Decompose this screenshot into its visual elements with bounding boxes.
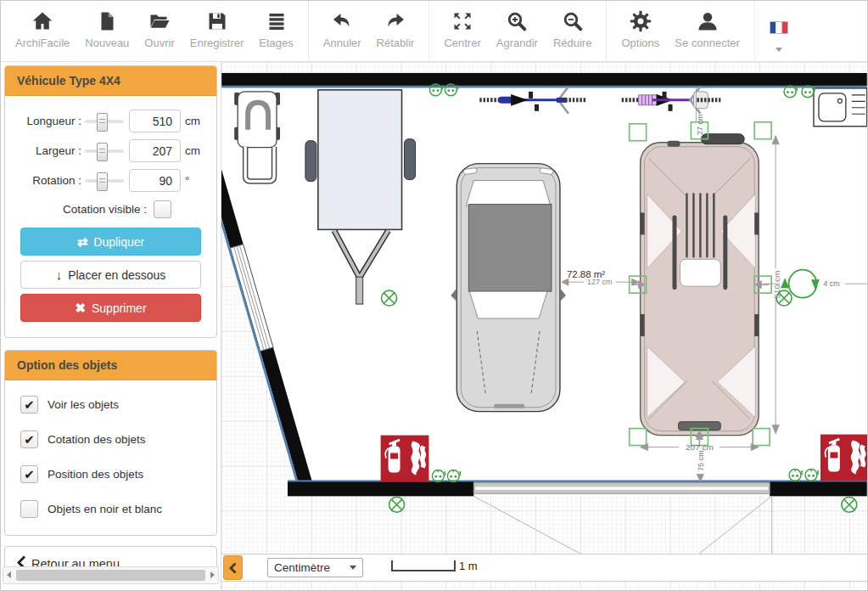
vehicle-panel: Véhicule Type 4X4 Longueur : cm Largeur …: [4, 65, 217, 338]
content: Véhicule Type 4X4 Longueur : cm Largeur …: [1, 62, 867, 589]
option-row-position-objets: ✔ Position des objets: [12, 457, 210, 492]
sidebar: Véhicule Type 4X4 Longueur : cm Largeur …: [1, 62, 221, 589]
vehicle-panel-title: Véhicule Type 4X4: [5, 66, 216, 96]
width-input[interactable]: [129, 139, 181, 162]
scroll-left-arrow-icon[interactable]: [7, 571, 11, 578]
option-row-voir-objets: ✔ Voir les objets: [12, 387, 210, 422]
unit-selector[interactable]: Centimètre: [267, 558, 363, 577]
bicycle-purple[interactable]: [622, 87, 721, 114]
toolbar-button-archifacile[interactable]: ArchiFacile: [8, 1, 77, 61]
cotation-visible-checkbox[interactable]: [154, 200, 171, 218]
home-icon: [31, 8, 53, 35]
toolbar-label: Rétablir: [377, 37, 415, 49]
width-slider[interactable]: [85, 149, 124, 153]
option-row-noir-et-blanc: Objets en noir et blanc: [12, 492, 210, 526]
toolbar-button-ouvrir[interactable]: Ouvrir: [137, 1, 182, 61]
collapse-sidebar-button[interactable]: [223, 555, 243, 580]
position-objets-checkbox[interactable]: ✔: [20, 465, 38, 483]
rotation-input[interactable]: [129, 169, 181, 192]
rotation-slider[interactable]: [85, 179, 124, 183]
suv-4x4-selected[interactable]: [641, 134, 759, 436]
unit-selector-value: Centimètre: [274, 561, 330, 574]
bottom-wall-right[interactable]: [770, 481, 867, 496]
length-input[interactable]: [129, 110, 181, 132]
gear-icon: [630, 8, 652, 35]
dim-127: 127 cm: [587, 278, 612, 286]
position-objets-label: Position des objets: [48, 468, 143, 481]
scale-label: 1 m: [459, 560, 478, 572]
toolbar-button-reduire[interactable]: Réduire: [546, 1, 600, 61]
toolbar-button-enregistrer[interactable]: Enregistrer: [182, 1, 252, 61]
toolbar-button-se-connecter[interactable]: Se connecter: [667, 1, 748, 61]
top-wall-inner-line: [221, 86, 867, 88]
check-icon: ✔: [24, 432, 35, 447]
duplicate-label: Dupliquer: [93, 235, 144, 249]
language-selector[interactable]: [762, 1, 796, 61]
undo-icon: [331, 8, 353, 35]
toolbar-label: Agrandir: [496, 37, 538, 49]
down-arrow-icon: ↓: [56, 268, 63, 281]
objects-options-title: Option des objets: [5, 351, 216, 380]
sink[interactable]: [814, 88, 867, 127]
ceiling-lights[interactable]: [382, 290, 857, 512]
cotation-visible-label: Cotation visible :: [63, 203, 147, 216]
top-wall[interactable]: [221, 73, 867, 86]
rotation-field-row: Rotation : °: [12, 166, 210, 195]
toolbar-label: Réduire: [553, 37, 592, 49]
lawn-mower[interactable]: [234, 92, 280, 182]
toolbar-label: Options: [621, 37, 659, 49]
cotation-objets-checkbox[interactable]: ✔: [20, 431, 38, 448]
center-icon: [451, 8, 473, 35]
chevron-left-icon: [229, 562, 237, 574]
floor-plan-canvas[interactable]: 72.88 m² 127 cm 510 cm 27 cm 207 cm 75 c…: [221, 62, 867, 589]
floor-plan-area: 72.88 m² 127 cm 510 cm 27 cm 207 cm 75 c…: [221, 62, 867, 589]
place-below-button[interactable]: ↓ Placer en dessous: [20, 261, 201, 289]
redo-icon: [384, 8, 406, 35]
slider-thumb[interactable]: [97, 172, 108, 191]
width-unit: cm: [185, 144, 200, 157]
save-icon: [206, 8, 228, 35]
open-folder-icon: [148, 8, 171, 35]
rotation-handle[interactable]: [781, 270, 820, 298]
toolbar-button-retablir[interactable]: Rétablir: [369, 1, 423, 61]
bicycle-blue[interactable]: [479, 87, 587, 114]
slider-thumb[interactable]: [97, 143, 108, 161]
cross-icon: ✖: [75, 301, 86, 314]
check-icon: ✔: [24, 467, 35, 482]
slider-thumb[interactable]: [97, 113, 108, 132]
fire-extinguisher-signs[interactable]: [381, 435, 867, 482]
toolbar-button-etages[interactable]: Etages: [251, 1, 300, 61]
toolbar-label: Enregistrer: [190, 37, 244, 49]
bottom-wall-left[interactable]: [288, 481, 473, 496]
scrollbar-thumb[interactable]: [16, 570, 205, 581]
toolbar-button-agrandir[interactable]: Agrandir: [489, 1, 546, 61]
toolbar-button-annuler[interactable]: Annuler: [316, 1, 369, 61]
scroll-right-arrow-icon[interactable]: [210, 571, 215, 578]
toolbar-button-centrer[interactable]: Centrer: [436, 1, 488, 61]
toolbar-group-account: Options Se connecter: [606, 1, 753, 61]
new-file-icon: [96, 8, 118, 35]
duplicate-button[interactable]: ⇄ Dupliquer: [20, 228, 201, 256]
toolbar-group-language: [754, 1, 803, 61]
trailer[interactable]: [305, 90, 416, 304]
cotation-visible-row: Cotation visible :: [12, 195, 210, 222]
duplicate-icon: ⇄: [77, 235, 88, 248]
noir-et-blanc-checkbox[interactable]: [20, 500, 38, 518]
zoom-in-icon: [506, 8, 528, 35]
check-icon: ✔: [24, 397, 35, 413]
user-icon: [697, 8, 719, 35]
car[interactable]: [451, 164, 566, 412]
delete-button[interactable]: ✖ Supprimer: [20, 294, 201, 322]
caret-down-icon: [350, 566, 356, 570]
toolbar-button-options[interactable]: Options: [613, 1, 667, 61]
length-slider[interactable]: [85, 120, 124, 123]
length-unit: cm: [185, 115, 200, 127]
sidebar-horizontal-scrollbar[interactable]: [3, 566, 219, 584]
option-row-cotation-objets: ✔ Cotation des objets: [12, 422, 210, 457]
voir-objets-checkbox[interactable]: ✔: [20, 396, 38, 414]
toolbar-label: Se connecter: [675, 37, 740, 49]
garage-door[interactable]: [473, 482, 770, 493]
toolbar-button-nouveau[interactable]: Nouveau: [77, 1, 137, 61]
length-label: Longueur :: [12, 115, 81, 127]
dim-4: 4 cm: [823, 279, 839, 288]
